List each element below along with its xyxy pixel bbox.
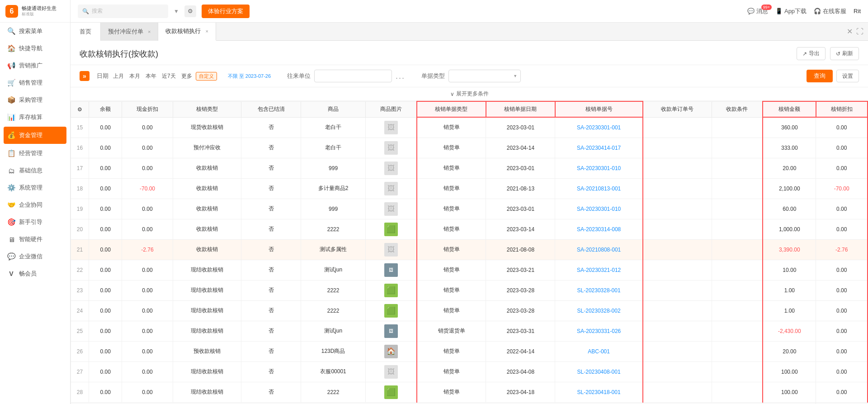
query-button[interactable]: 查询: [807, 70, 833, 82]
sidebar-item-sales[interactable]: 🛒 销售管理: [0, 74, 70, 91]
verify-doc-no-cell: ABC-001: [555, 341, 643, 361]
th-receipt-order-no: 收款单订单号: [643, 101, 712, 117]
tab-receipts[interactable]: 收款核销执行 ×: [158, 23, 216, 41]
solution-button[interactable]: 体验行业方案: [202, 5, 250, 18]
sidebar-item-vip[interactable]: V 畅会员: [0, 265, 70, 282]
th-product-img: 商品图片: [366, 101, 417, 117]
date-option-more[interactable]: 更多: [179, 71, 194, 81]
doc-no-link[interactable]: SA-20230301-010: [577, 165, 621, 171]
verify-doc-type-cell: 销货单: [417, 239, 486, 260]
sidebar-item-system[interactable]: ⚙️ 系统管理: [0, 179, 70, 196]
verify-doc-date-cell: 2023-03-28: [486, 280, 555, 300]
date-option-7days[interactable]: 近7天: [160, 71, 178, 81]
verify-doc-no-cell: SL-20230408-001: [555, 361, 643, 382]
date-options: 上月 本月 本年 近7天 更多 自定义: [111, 71, 217, 81]
sidebar-item-label: 新手引导: [19, 218, 42, 226]
export-icon: ↗: [802, 51, 807, 57]
verify-doc-no-cell: SL-20230328-002: [555, 300, 643, 321]
verify-doc-type-cell: 销货单: [417, 158, 486, 178]
sidebar-item-label: 销售管理: [19, 79, 42, 87]
filter-date-group: 日期 上月 本月 本年 近7天 更多 自定义: [97, 71, 217, 81]
message-badge[interactable]: 💬 消息 99+: [747, 7, 768, 15]
verify-doc-no-cell: SL-20230418-001: [555, 382, 643, 402]
home-icon: 🏠: [7, 44, 15, 52]
doc-no-link[interactable]: ABC-001: [588, 348, 610, 355]
date-option-custom[interactable]: 自定义: [196, 72, 217, 81]
verify-discount-cell: 0.00: [816, 138, 868, 158]
doc-no-link[interactable]: SA-20230331-026: [577, 328, 621, 334]
th-verify-discount: 核销折扣: [816, 101, 868, 117]
tab-prepay-close[interactable]: ×: [148, 29, 151, 34]
tab-close-all-icon[interactable]: ✕: [847, 27, 853, 36]
online-service[interactable]: 🎧 在线客服: [814, 7, 846, 15]
filter-expand-btn[interactable]: »: [80, 71, 90, 81]
doctype-select[interactable]: [448, 70, 521, 82]
topbar-right: 💬 消息 99+ 📱 App下载 🎧 在线客服 Rit: [747, 7, 861, 15]
tab-expand-icon[interactable]: ⛶: [856, 28, 863, 36]
doc-no-link[interactable]: SL-20230408-001: [577, 369, 621, 375]
table-row: 170.000.00收款核销否999🖼销货单2023-03-01SA-20230…: [71, 158, 868, 178]
app-badge: 标准版: [22, 11, 57, 17]
verify-doc-no-cell: SA-20230301-010: [555, 199, 643, 219]
date-option-this-year[interactable]: 本年: [144, 71, 158, 81]
sidebar-item-purchase[interactable]: 📦 采购管理: [0, 91, 70, 109]
sidebar-item-search[interactable]: 🔍 搜索菜单: [0, 23, 70, 40]
doc-no-link[interactable]: SL-20230418-001: [577, 389, 621, 395]
sidebar-item-quicknav[interactable]: 🏠 快捷导航: [0, 40, 70, 57]
doc-no-link[interactable]: SA-20210808-001: [577, 247, 621, 253]
doc-no-link[interactable]: SA-20230321-012: [577, 267, 621, 273]
date-range: 不限 至 2023-07-26: [228, 73, 271, 80]
tabbar-actions: ✕ ⛶: [842, 27, 868, 36]
sidebar-item-guide[interactable]: 🎯 新手引导: [0, 214, 70, 231]
user-name[interactable]: Rit: [854, 8, 861, 14]
sidebar-item-hardware[interactable]: 🖥 智能硬件: [0, 231, 70, 248]
sidebar-item-inventory[interactable]: 📊 库存核算: [0, 109, 70, 126]
topbar-dropdown-icon[interactable]: ▼: [174, 8, 179, 14]
doc-no-link[interactable]: SL-20230328-002: [577, 308, 621, 314]
doc-no-link[interactable]: SL-20230328-001: [577, 287, 621, 294]
refresh-icon: ↺: [836, 51, 840, 57]
tab-receipts-close[interactable]: ×: [205, 29, 208, 34]
topbar-settings-btn[interactable]: ⚙: [184, 5, 196, 17]
export-button[interactable]: ↗ 导出: [797, 47, 826, 60]
sales-icon: 🛒: [7, 79, 15, 87]
sidebar-item-basicinfo[interactable]: 🗂 基础信息: [0, 162, 70, 179]
system-icon: ⚙️: [7, 184, 15, 192]
topbar-search-box[interactable]: 🔍 搜索: [78, 5, 168, 18]
doc-no-link[interactable]: SA-20230301-010: [577, 206, 621, 212]
date-option-last-month[interactable]: 上月: [111, 71, 126, 81]
product-img-cell: 🖼: [366, 321, 417, 341]
verify-amount-cell: 100.00: [763, 382, 816, 402]
expand-more-btn[interactable]: ∨ 展开更多条件: [450, 90, 489, 98]
doc-no-link[interactable]: SA-20230301-001: [577, 124, 621, 131]
sidebar-item-cooperation[interactable]: 🤝 企业协同: [0, 196, 70, 214]
settings-button[interactable]: 设置: [836, 70, 859, 82]
sidebar-item-business[interactable]: 📋 经营管理: [0, 145, 70, 162]
doc-no-link[interactable]: SA-20230314-008: [577, 226, 621, 233]
tab-home[interactable]: 首页: [71, 23, 101, 41]
date-option-this-month[interactable]: 本月: [127, 71, 142, 81]
sidebar-item-label: 基础信息: [19, 166, 42, 175]
tab-prepay[interactable]: 预付冲应付单 ×: [101, 23, 158, 41]
verify-doc-type-cell: 销货单: [417, 199, 486, 219]
sidebar-item-wechat[interactable]: 💬 企业微信: [0, 248, 70, 265]
refresh-button[interactable]: ↺ 刷新: [830, 47, 859, 60]
verify-amount-cell: 20.00: [763, 341, 816, 361]
gear-icon[interactable]: ⚙: [77, 106, 82, 113]
doc-no-link[interactable]: SA-20230414-017: [577, 145, 621, 151]
wechat-icon: 💬: [7, 252, 15, 261]
sidebar-item-marketing[interactable]: 📢 营销推广: [0, 57, 70, 74]
verify-doc-no-cell: SA-20210813-001: [555, 178, 643, 199]
sidebar-item-finance[interactable]: 💰 资金管理: [4, 127, 66, 144]
th-product: 商品: [301, 101, 366, 117]
doc-no-link[interactable]: SA-20210813-001: [577, 185, 621, 192]
app-download[interactable]: 📱 App下载: [775, 7, 807, 15]
page-actions: ↗ 导出 ↺ 刷新: [797, 47, 859, 60]
verify-amount-cell: -2,430.00: [763, 321, 816, 341]
th-cash-discount: 现金折扣: [122, 101, 173, 117]
product-img-cell: 🖼: [366, 239, 417, 260]
th-verify-type: 核销类型: [173, 101, 241, 117]
verify-doc-type-cell: 销货单: [417, 382, 486, 402]
partner-input[interactable]: [314, 70, 392, 82]
chevron-down-icon: ∨: [450, 91, 454, 97]
